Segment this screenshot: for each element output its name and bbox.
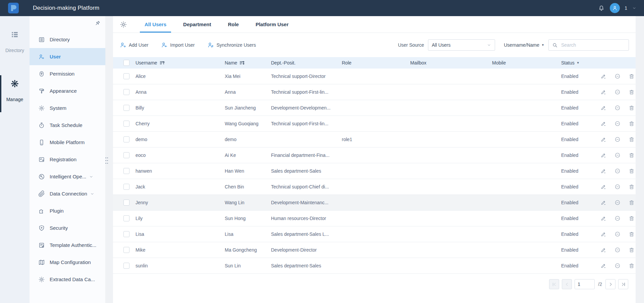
disable-icon[interactable] <box>614 89 621 95</box>
table-row[interactable]: Alice Xia Mei Technical support-Director… <box>113 69 636 84</box>
delete-icon[interactable] <box>629 200 635 206</box>
sidebar-item-appearance[interactable]: Appearance <box>30 82 105 99</box>
page-number-input[interactable] <box>575 279 595 289</box>
disable-icon[interactable] <box>614 215 621 221</box>
tab-role[interactable]: Role <box>226 16 240 33</box>
edit-icon[interactable] <box>600 200 606 206</box>
row-checkbox[interactable] <box>123 168 129 174</box>
pin-icon[interactable] <box>94 20 101 27</box>
last-page-button[interactable] <box>618 279 628 289</box>
disable-icon[interactable] <box>614 136 621 142</box>
disable-icon[interactable] <box>614 168 621 174</box>
table-row[interactable]: demo demo role1 Enabled <box>113 132 636 147</box>
row-checkbox[interactable] <box>123 247 129 253</box>
delete-icon[interactable] <box>629 136 635 142</box>
synchronize-users-button[interactable]: Synchronize Users <box>207 42 256 48</box>
row-checkbox[interactable] <box>123 105 129 111</box>
import-user-button[interactable]: Import User <box>161 42 195 48</box>
delete-icon[interactable] <box>629 89 635 95</box>
delete-icon[interactable] <box>629 73 635 79</box>
user-source-select[interactable]: All Users <box>428 39 495 51</box>
edit-icon[interactable] <box>600 105 606 111</box>
sort-icon[interactable] <box>239 60 245 66</box>
delete-icon[interactable] <box>629 121 635 127</box>
delete-icon[interactable] <box>629 168 635 174</box>
edit-icon[interactable] <box>600 263 606 269</box>
delete-icon[interactable] <box>629 215 635 221</box>
table-row[interactable]: Lily Sun Hong Human resources-Director E… <box>113 211 636 226</box>
prev-page-button[interactable] <box>562 279 572 289</box>
table-row[interactable]: Mike Ma Gongcheng Development-Director E… <box>113 242 636 258</box>
table-row[interactable]: eoco Ai Ke Financial department-Fina... … <box>113 147 636 163</box>
row-checkbox[interactable] <box>123 152 129 158</box>
column-header-name[interactable]: Name <box>223 60 269 66</box>
disable-icon[interactable] <box>614 231 621 237</box>
column-header-username[interactable]: Username <box>134 60 223 66</box>
sidebar-item-map-configuration[interactable]: Map Configuration <box>30 254 105 271</box>
settings-gear-icon[interactable] <box>120 21 127 28</box>
sidebar-resize-handle[interactable] <box>105 157 108 165</box>
tab-department[interactable]: Department <box>182 16 212 33</box>
table-row[interactable]: sunlin Sun Lin Sales department-Sales En… <box>113 258 636 274</box>
search-input[interactable] <box>560 42 625 48</box>
row-checkbox[interactable] <box>123 73 129 79</box>
delete-icon[interactable] <box>629 184 635 190</box>
delete-icon[interactable] <box>629 152 635 158</box>
disable-icon[interactable] <box>614 263 621 269</box>
table-row[interactable]: Billy Sun Jiancheng Development-Developm… <box>113 100 636 116</box>
row-checkbox[interactable] <box>123 184 129 190</box>
edit-icon[interactable] <box>600 73 606 79</box>
sidebar-item-directory[interactable]: Directory <box>30 31 105 48</box>
tab-all-users[interactable]: All Users <box>143 16 168 33</box>
first-page-button[interactable] <box>549 279 559 289</box>
row-checkbox[interactable] <box>123 231 129 237</box>
edit-icon[interactable] <box>600 231 606 237</box>
disable-icon[interactable] <box>614 73 621 79</box>
edit-icon[interactable] <box>600 89 606 95</box>
delete-icon[interactable] <box>629 247 635 253</box>
disable-icon[interactable] <box>614 105 621 111</box>
sort-asc-icon[interactable] <box>159 60 165 66</box>
edit-icon[interactable] <box>600 136 606 142</box>
disable-icon[interactable] <box>614 184 621 190</box>
sidebar-item-registration[interactable]: Registration <box>30 151 105 168</box>
disable-icon[interactable] <box>614 247 621 253</box>
row-checkbox[interactable] <box>123 89 129 95</box>
edit-icon[interactable] <box>600 184 606 190</box>
delete-icon[interactable] <box>629 263 635 269</box>
notification-bell-icon[interactable] <box>598 4 605 12</box>
tab-platform-user[interactable]: Platform User <box>254 16 290 33</box>
sidebar-item-data-connection[interactable]: Data Connection <box>30 185 105 202</box>
sidebar-item-template-authentic[interactable]: Template Authentic... <box>30 236 105 254</box>
row-checkbox[interactable] <box>123 215 129 221</box>
user-avatar[interactable] <box>610 3 620 13</box>
sidebar-item-task-schedule[interactable]: Task Schedule <box>30 117 105 134</box>
table-row[interactable]: hanwen Han Wen Sales department-Sales En… <box>113 163 636 179</box>
user-menu-chevron-icon[interactable] <box>632 6 637 10</box>
table-row[interactable]: Jenny Wang Lin Development-Maintenanc...… <box>113 195 636 211</box>
delete-icon[interactable] <box>629 231 635 237</box>
status-filter-icon[interactable]: ▼ <box>577 61 580 64</box>
disable-icon[interactable] <box>614 152 621 158</box>
edit-icon[interactable] <box>600 247 606 253</box>
sidebar-item-mobile-platform[interactable]: Mobile Platform <box>30 134 105 151</box>
sidebar-item-extracted-data-ca[interactable]: Extracted Data Ca... <box>30 271 105 288</box>
rail-item-manage[interactable]: Manage <box>0 75 30 112</box>
table-row[interactable]: Anna Anna Technical support-First-lin...… <box>113 84 636 100</box>
disable-icon[interactable] <box>614 121 621 127</box>
edit-icon[interactable] <box>600 168 606 174</box>
edit-icon[interactable] <box>600 121 606 127</box>
table-row[interactable]: Lisa Lisa Sales department-Sales L... En… <box>113 226 636 242</box>
search-field-selector[interactable]: Username/Name ▼ <box>504 42 544 48</box>
sidebar-item-permission[interactable]: Permission <box>30 65 105 82</box>
select-all-checkbox[interactable] <box>123 60 129 66</box>
edit-icon[interactable] <box>600 152 606 158</box>
row-checkbox[interactable] <box>123 263 129 269</box>
row-checkbox[interactable] <box>123 121 129 127</box>
table-row[interactable]: Cherry Wang Guoqiang Technical support-F… <box>113 116 636 132</box>
delete-icon[interactable] <box>629 105 635 111</box>
table-row[interactable]: Jack Chen Bin Technical support-Chief di… <box>113 179 636 195</box>
sidebar-item-intelligent-ope[interactable]: Intelligent Ope... <box>30 168 105 185</box>
next-page-button[interactable] <box>605 279 615 289</box>
add-user-button[interactable]: Add User <box>120 42 148 48</box>
